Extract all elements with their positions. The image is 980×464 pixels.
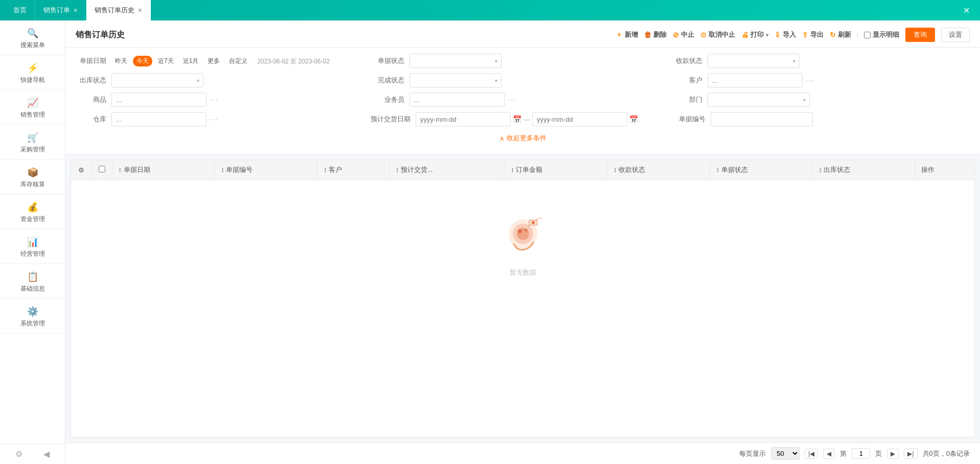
window-close-icon[interactable]: ✕ [963, 6, 970, 15]
import-button[interactable]: ⇩ 导入 [774, 30, 796, 39]
page-number-input[interactable] [852, 448, 870, 459]
warehouse-input[interactable] [111, 112, 207, 126]
shortcut-today[interactable]: 今天 [133, 56, 152, 67]
sidebar-item-inventory[interactable]: 📦 库存核算 [0, 160, 65, 194]
bill-no-label: 单据编号 [675, 115, 711, 124]
col-settings[interactable]: ⚙ [71, 160, 92, 180]
cancel-stop-button[interactable]: ⊙ 取消中止 [700, 30, 735, 39]
print-icon: 🖨 [741, 31, 748, 39]
receipt-status-group: ▾ [708, 54, 970, 68]
expected-date-to[interactable] [532, 112, 627, 126]
filter-row-3: 商品 ··· 业务员 ··· 部门 ▾ [76, 93, 970, 107]
page-first-button[interactable]: |◀ [805, 449, 818, 459]
product-input[interactable] [111, 93, 207, 107]
cancel-stop-label: 取消中止 [709, 30, 735, 39]
sidebar-label-purchase-mgmt: 采购管理 [20, 145, 45, 154]
base-info-icon: 📋 [27, 271, 38, 282]
top-bar-right: ✕ [963, 6, 975, 15]
export-button[interactable]: ⇧ 导出 [802, 30, 824, 39]
sidebar-item-base-info[interactable]: 📋 基础信息 [0, 264, 65, 299]
sidebar-collapse-icon[interactable]: ◀ [43, 449, 50, 459]
print-label: 打印 [750, 30, 764, 39]
expected-date-from[interactable] [416, 112, 511, 126]
tab-sales-order-label: 销售订单 [43, 6, 70, 15]
warehouse-more-dots[interactable]: ··· [210, 115, 219, 123]
page-size-select[interactable]: 50 10 20 100 [771, 447, 800, 460]
page-prev-button[interactable]: ◀ [823, 449, 835, 459]
complete-select-wrap: ▾ [409, 73, 502, 87]
tab-sales-order-history-close[interactable]: ✕ [138, 7, 142, 14]
date-filter-group: 昨天 今天 近7天 近1月 更多 自定义 2023-06-02 至 2023-0… [111, 56, 374, 67]
product-more-dots[interactable]: ··· [210, 96, 219, 104]
sidebar-label-search-menu: 搜索菜单 [20, 41, 45, 50]
sidebar-item-purchase-mgmt[interactable]: 🛒 采购管理 [0, 125, 65, 160]
stock-out-select[interactable] [111, 73, 203, 87]
filter-row-2: 出库状态 ▾ 完成状态 ▾ [76, 73, 970, 87]
salesperson-input[interactable] [409, 93, 505, 107]
sidebar-item-sales-mgmt[interactable]: 📈 销售管理 [0, 90, 65, 125]
sidebar-item-ops-mgmt[interactable]: 📊 经营管理 [0, 229, 65, 264]
expected-date-label: 预计交货日期 [371, 115, 416, 124]
sidebar-label-finance: 资金管理 [20, 215, 45, 224]
show-detail-checkbox-wrap[interactable]: 显示明细 [864, 30, 899, 39]
department-select-wrap: ▾ [708, 93, 810, 107]
shortcut-1month[interactable]: 近1月 [179, 56, 202, 67]
shortcut-more[interactable]: 更多 [204, 56, 223, 67]
department-select[interactable] [708, 93, 810, 107]
show-detail-checkbox[interactable] [864, 32, 871, 38]
receipt-status-select[interactable] [708, 54, 800, 68]
select-all-checkbox[interactable] [99, 166, 105, 172]
collapse-label: 收起更多条件 [507, 134, 546, 143]
svg-point-4 [525, 229, 528, 232]
new-button[interactable]: ＋ 新增 [616, 30, 638, 39]
sidebar-settings-icon[interactable]: ⚙ [15, 449, 22, 459]
salesperson-more-dots[interactable]: ··· [508, 96, 517, 104]
sidebar-item-finance[interactable]: 💰 资金管理 [0, 194, 65, 229]
calendar-to-icon[interactable]: 📅 [629, 115, 638, 123]
calendar-from-icon[interactable]: 📅 [513, 115, 521, 123]
customer-more-dots[interactable]: ··· [806, 76, 815, 84]
tab-sales-order-close[interactable]: ✕ [73, 7, 78, 14]
product-label: 商品 [76, 95, 111, 104]
page-next-button[interactable]: ▶ [887, 449, 899, 459]
shortcut-custom[interactable]: 自定义 [225, 56, 251, 67]
table-header-row: ⚙ ↕ 单据日期 ↕ 单据编号 ↕ 客户 [71, 160, 974, 180]
sidebar-item-sys-mgmt[interactable]: ⚙️ 系统管理 [0, 299, 65, 334]
quick-nav-icon: ⚡ [27, 62, 38, 74]
shortcut-7days[interactable]: 近7天 [154, 56, 177, 67]
refresh-button[interactable]: ↻ 刷新 [830, 30, 851, 39]
page-label-prefix: 第 [840, 449, 847, 458]
sidebar: 🔍 搜索菜单 ⚡ 快捷导航 📈 销售管理 🛒 采购管理 📦 库存核算 💰 资金管… [0, 20, 65, 464]
sidebar-item-search-menu[interactable]: 🔍 搜索菜单 [0, 20, 65, 55]
collapse-up-icon: ∧ [499, 135, 505, 142]
page-title: 销售订单历史 [76, 30, 125, 40]
col-receipt-status-label: ↕ 收款状态 [613, 166, 645, 173]
svg-point-3 [518, 229, 522, 233]
show-detail-label: 显示明细 [873, 30, 899, 39]
delete-button[interactable]: 🗑 删除 [644, 30, 667, 39]
tab-home[interactable]: 首页 [5, 0, 35, 20]
setting-button[interactable]: 设置 [941, 28, 970, 42]
shortcut-yesterday[interactable]: 昨天 [111, 56, 131, 67]
table-footer: 每页显示 50 10 20 100 |◀ ◀ 第 页 ▶ ▶| 共0页，0条记录 [65, 443, 980, 464]
sidebar-bottom: ⚙ ◀ [0, 444, 65, 464]
col-customer-label: ↕ 客户 [324, 166, 342, 173]
new-label: 新增 [625, 30, 638, 39]
page-last-button[interactable]: ▶| [904, 449, 917, 459]
collapse-button[interactable]: ∧ 收起更多条件 [499, 131, 546, 145]
stock-out-label: 出库状态 [76, 76, 111, 85]
customer-label: 客户 [672, 76, 708, 85]
bill-no-input[interactable] [711, 112, 813, 126]
salesperson-label: 业务员 [374, 95, 409, 104]
tab-sales-order-history[interactable]: 销售订单历史 ✕ [86, 0, 151, 20]
sidebar-item-quick-nav[interactable]: ⚡ 快捷导航 [0, 55, 65, 90]
bill-status-select[interactable] [409, 54, 502, 68]
complete-select[interactable] [409, 73, 502, 87]
query-button[interactable]: 查询 [905, 28, 935, 42]
toolbar: ＋ 新增 🗑 删除 ⊘ 中止 ⊙ 取消中止 🖨 打印 [616, 28, 970, 42]
page-header: 销售订单历史 ＋ 新增 🗑 删除 ⊘ 中止 ⊙ 取消中止 [65, 20, 980, 48]
print-button[interactable]: 🖨 打印 [741, 30, 768, 39]
tab-sales-order[interactable]: 销售订单 ✕ [35, 0, 86, 20]
customer-input[interactable] [708, 73, 803, 87]
stop-button[interactable]: ⊘ 中止 [673, 30, 694, 39]
